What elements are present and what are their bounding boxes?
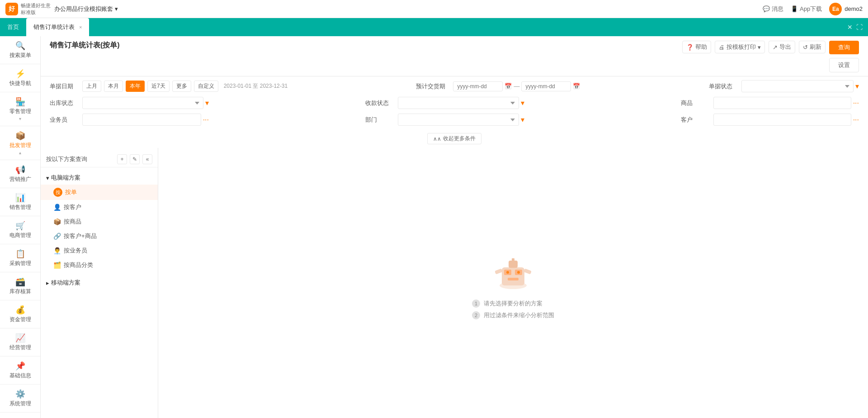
sidebar-item-system[interactable]: ⚙️ 系统管理 [0,385,40,413]
chevron-down-icon: ▾ [115,5,118,12]
logo-area: 好 畅捷通好生意 标准版 [5,2,51,15]
mobile-scheme-section: ▸ 移动端方案 [41,274,158,291]
filter-row-2: 出库状态 全部 未出库 部分出库 已出库 ▾ 收款状态 [50,97,859,109]
date-btn-custom[interactable]: 自定义 [194,81,218,92]
tab-home[interactable]: 首页 [0,18,26,36]
content-with-left: 按以下方案查询 + ✎ « ▾ 电脑端方案 按 按单 [41,148,868,418]
sidebar-item-purchase[interactable]: 📋 采购管理 [0,244,40,272]
quick-nav-icon: ⚡ [15,69,25,79]
ecommerce-icon: 🛒 [15,221,25,231]
svg-rect-7 [509,261,518,268]
left-panel-header: 按以下方案查询 + ✎ « [41,152,158,167]
active-scheme-badge: 按 [53,188,62,197]
tab-sales-order[interactable]: 销售订单统计表 × [26,18,89,36]
export-button[interactable]: ↗ 导出 [769,41,795,53]
delivery-status-label: 出库状态 [50,99,77,107]
empty-illustration [491,247,536,292]
status-select[interactable]: 全部 待审核 已审核 已完成 已作废 [741,80,854,92]
operations-icon: 📈 [15,333,25,343]
department-label: 部门 [365,116,392,124]
sidebar-item-basic-info[interactable]: 📌 基础信息 [0,356,40,385]
collapse-panel-button[interactable]: « [142,154,152,164]
edit-scheme-button[interactable]: ✎ [130,154,140,164]
date-btn-last-month[interactable]: 上月 [82,81,101,92]
sidebar-item-wholesale[interactable]: 📦 批发管理 ▴ [0,126,40,160]
delivery-status-select[interactable]: 全部 未出库 部分出库 已出库 [82,97,203,109]
date-btn-more[interactable]: 更多 [172,81,191,92]
marketing-icon: 📢 [15,165,25,175]
print-button[interactable]: 🖨 按模板打印 ▾ [715,41,765,53]
sidebar-item-ecommerce[interactable]: 🛒 电商管理 [0,216,40,244]
tab-fullscreen-icon[interactable]: ⛶ [856,24,863,31]
desktop-section-title[interactable]: ▾ 电脑端方案 [41,171,158,185]
settings-button[interactable]: 设置 [829,58,859,72]
date-btn-7days[interactable]: 近7天 [147,81,170,92]
sidebar: 🔍 搜索菜单 ⚡ 快捷导航 🏪 零售管理 ▾ 📦 批发管理 ▴ 📢 营销推广 📊… [0,36,41,418]
payment-status-chevron-icon: ▾ [521,99,524,107]
user-area[interactable]: Ea demo2 [829,3,863,15]
tab-close-icon[interactable]: × [79,24,82,30]
retail-icon: 🏪 [15,97,25,107]
add-scheme-button[interactable]: + [117,154,127,164]
collapse-button[interactable]: ∧∧ 收起更多条件 [427,133,481,144]
content-area: 销售订单统计表(按单) ❓ 帮助 🖨 按模板打印 ▾ ↗ [41,36,868,418]
salesperson-dots-icon[interactable]: ··· [203,116,209,124]
date-filter-label: 单据日期 [50,82,77,90]
empty-tips: 1 请先选择要分析的方案 2 用过滤条件来缩小分析范围 [472,299,554,319]
empty-tip-1: 1 请先选择要分析的方案 [472,299,554,308]
app-download-button[interactable]: 📱 App下载 [791,5,822,13]
scheme-item-by-customer-goods[interactable]: 🔗 按客户+商品 [41,229,158,243]
scheme-item-by-goods[interactable]: 📦 按商品 [41,214,158,229]
sidebar-item-search[interactable]: 🔍 搜索菜单 [0,36,40,64]
goods-dots-icon[interactable]: ··· [853,99,859,107]
svg-rect-4 [508,278,519,280]
sidebar-item-sales[interactable]: 📊 销售管理 [0,188,40,216]
mobile-section-title[interactable]: ▸ 移动端方案 [41,276,158,290]
scheme-item-by-order[interactable]: 按 按单 [41,185,158,200]
customer-goods-scheme-icon: 🔗 [53,233,61,240]
search-button[interactable]: 查询 [829,41,859,54]
logo-text: 畅捷通好生意 标准版 [21,2,51,15]
expected-to-input[interactable] [521,81,571,91]
salesperson-label: 业务员 [50,116,77,124]
customer-dots-icon[interactable]: ··· [853,116,859,124]
sidebar-item-marketing[interactable]: 📢 营销推广 [0,160,40,188]
purchase-icon: 📋 [15,249,25,259]
expected-from-input[interactable] [453,81,503,91]
customer-input[interactable] [713,114,851,126]
avatar: Ea [829,3,842,15]
wholesale-icon: 📦 [15,131,25,141]
sidebar-item-inventory[interactable]: 🗃️ 库存核算 [0,272,40,300]
date-btn-this-year[interactable]: 本年 [126,81,145,92]
payment-status-select[interactable]: 全部 未收款 部分收款 已收款 [398,97,519,109]
desktop-section-chevron-icon: ▾ [46,175,49,181]
sidebar-item-retail[interactable]: 🏪 零售管理 ▾ [0,92,40,126]
salesperson-scheme-icon: 👨‍💼 [53,247,61,254]
refresh-button[interactable]: ↺ 刷新 [799,41,826,53]
sidebar-item-collab[interactable]: 🤝 企业协同 [0,413,40,418]
scheme-item-by-category[interactable]: 🗂️ 按商品分类 [41,258,158,272]
collapse-icon: ∧∧ [433,136,441,142]
calendar-from-icon: 📅 [505,83,512,90]
sidebar-item-operations[interactable]: 📈 经营管理 [0,328,40,356]
scheme-item-by-salesperson[interactable]: 👨‍💼 按业务员 [41,243,158,258]
sidebar-item-quick-nav[interactable]: ⚡ 快捷导航 [0,64,40,92]
left-panel-actions: + ✎ « [117,154,152,164]
goods-input[interactable] [713,97,851,109]
status-label: 单据状态 [709,82,736,90]
tab-close-window-icon[interactable]: ✕ [847,24,853,31]
print-chevron-icon: ▾ [758,44,761,51]
calendar-to-icon: 📅 [573,83,580,90]
date-btn-this-month[interactable]: 本月 [104,81,123,92]
department-select[interactable]: 全部 [398,114,519,126]
basic-info-icon: 📌 [15,361,25,371]
status-dots-icon[interactable]: ▾ [855,82,859,90]
tab-bar-actions: ✕ ⛶ [847,24,868,31]
scheme-item-by-customer[interactable]: 👤 按客户 [41,200,158,214]
sidebar-item-finance[interactable]: 💰 资金管理 [0,300,40,328]
empty-tip-2: 2 用过滤条件来缩小分析范围 [472,311,554,319]
message-button[interactable]: 💬 消息 [763,5,783,13]
salesperson-input[interactable] [82,114,201,126]
help-button[interactable]: ❓ 帮助 [682,41,711,53]
refresh-icon: ↺ [803,44,808,51]
